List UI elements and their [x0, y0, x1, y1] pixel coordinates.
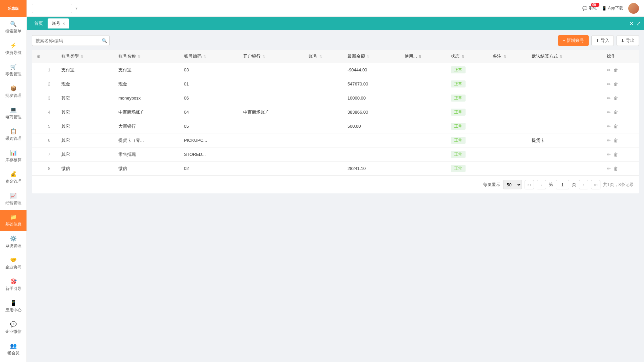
app-download-button[interactable]: 📱 App下载: [602, 5, 623, 11]
th-balance[interactable]: 最新余额 ⇅: [345, 50, 402, 63]
th-remark[interactable]: 备注 ⇅: [490, 50, 529, 63]
th-type[interactable]: 账号类型 ⇅: [59, 50, 116, 63]
edit-icon[interactable]: ✏: [607, 110, 611, 115]
sidebar-item-retail-mgmt[interactable]: 🛒 零售管理: [0, 60, 26, 81]
table-row: 3 其它 moneybosx 06 10000.00 正常 ✏ 🗑: [32, 91, 639, 105]
edit-icon[interactable]: ✏: [607, 166, 611, 171]
sys-mgmt-icon: ⚙️: [10, 235, 17, 242]
export-icon: ⬇: [621, 38, 625, 43]
td-default-payment: [529, 105, 604, 119]
sidebar-item-finance-mgmt[interactable]: 💰 资金管理: [0, 167, 26, 188]
tab-account[interactable]: 账号 ✕: [48, 18, 69, 28]
page-first-button[interactable]: ⏮: [525, 180, 534, 189]
tab-home[interactable]: 首页: [30, 18, 47, 28]
sidebar-item-basic-info[interactable]: 📁 基础信息: [0, 210, 26, 231]
edit-icon[interactable]: ✏: [607, 96, 611, 101]
td-bank: [240, 119, 306, 133]
tab-close-icon[interactable]: ✕: [62, 22, 65, 25]
sidebar-item-purchase-mgmt[interactable]: 📋 采购管理: [0, 124, 26, 145]
avatar-image: [628, 3, 639, 14]
td-remark: [490, 119, 529, 133]
td-default-payment: 提货卡: [529, 133, 604, 147]
tab-account-label: 账号: [52, 20, 60, 26]
th-bank[interactable]: 开户银行 ⇅: [240, 50, 306, 63]
td-status: 正常: [448, 91, 490, 105]
export-label: 导出: [626, 38, 635, 44]
td-settings: [32, 63, 45, 77]
delete-icon[interactable]: 🗑: [613, 166, 618, 171]
biz-wechat-icon: 💬: [10, 321, 17, 327]
edit-icon[interactable]: ✏: [607, 138, 611, 143]
action-icons: ✏ 🗑: [607, 124, 636, 129]
td-account: [306, 63, 345, 77]
action-icons: ✏ 🗑: [607, 166, 636, 171]
sidebar-item-wholesale-mgmt[interactable]: 📦 批发管理: [0, 81, 26, 103]
import-icon: ⬆: [596, 38, 599, 43]
sidebar-item-inventory-calc[interactable]: 📊 库存核算: [0, 145, 26, 167]
th-num: [45, 50, 59, 63]
app-download-label: App下载: [608, 5, 623, 11]
add-account-button[interactable]: + 新增账号: [558, 35, 589, 46]
td-account: [306, 162, 345, 176]
column-settings-icon[interactable]: ⚙: [37, 54, 41, 59]
top-search-input[interactable]: [32, 4, 72, 13]
sidebar-item-search-menu[interactable]: 🔍 搜索菜单: [0, 17, 26, 38]
delete-icon[interactable]: 🗑: [613, 152, 618, 157]
th-name[interactable]: 账号名称 ⇅: [116, 50, 181, 63]
delete-icon[interactable]: 🗑: [613, 110, 618, 115]
message-button[interactable]: 💬 消息 99+: [582, 5, 597, 11]
search-button[interactable]: 🔍: [99, 35, 110, 46]
user-avatar[interactable]: [628, 3, 639, 14]
td-balance: 383866.00: [345, 105, 402, 119]
td-action: ✏ 🗑: [604, 77, 639, 91]
td-num: 1: [45, 63, 59, 77]
sidebar-item-quick-nav[interactable]: ⚡ 快捷导航: [0, 38, 26, 60]
sidebar-item-sys-mgmt[interactable]: ⚙️ 系统管理: [0, 231, 26, 253]
header-dropdown-icon[interactable]: ▾: [75, 6, 77, 11]
search-input[interactable]: [32, 35, 99, 46]
td-name: 现金: [116, 77, 181, 91]
delete-icon[interactable]: 🗑: [613, 81, 618, 87]
sidebar-item-biz-agreement[interactable]: 🤝 企业协同: [0, 253, 26, 274]
td-settings: [32, 162, 45, 176]
td-status: 正常: [448, 147, 490, 162]
sidebar-item-biz-wechat[interactable]: 💬 企业微信: [0, 317, 26, 339]
delete-icon[interactable]: 🗑: [613, 124, 618, 129]
page-input[interactable]: [556, 180, 569, 189]
page-size-select[interactable]: 50 100: [503, 180, 522, 189]
page-next-button[interactable]: ›: [579, 180, 588, 189]
app-download-icon: 📱: [602, 6, 607, 11]
finance-mgmt-icon: 💰: [10, 171, 17, 177]
sidebar-item-app-center[interactable]: 📱 应用中心: [0, 296, 26, 317]
sidebar-item-label: 基础信息: [5, 222, 21, 227]
delete-icon[interactable]: 🗑: [613, 67, 618, 73]
edit-icon[interactable]: ✏: [607, 152, 611, 157]
page-last-button[interactable]: ⏭: [591, 180, 600, 189]
th-default-payment[interactable]: 默认结算方式 ⇅: [529, 50, 604, 63]
tab-maximize-icon[interactable]: ⤢: [636, 20, 641, 27]
th-code[interactable]: 账号编码 ⇅: [181, 50, 240, 63]
sidebar-item-member[interactable]: 👥 畅会员: [0, 339, 26, 360]
import-button[interactable]: ⬆ 导入: [591, 35, 614, 46]
tab-minimize-icon[interactable]: ✕: [629, 20, 634, 27]
sidebar-item-label: 资金管理: [5, 179, 21, 184]
edit-icon[interactable]: ✏: [607, 124, 611, 129]
th-usage[interactable]: 使用... ⇅: [402, 50, 448, 63]
td-remark: [490, 133, 529, 147]
th-account[interactable]: 账号 ⇅: [306, 50, 345, 63]
add-account-label: + 新增账号: [563, 38, 584, 44]
th-status[interactable]: 状态 ⇅: [448, 50, 490, 63]
td-code: 02: [181, 162, 240, 176]
delete-icon[interactable]: 🗑: [613, 138, 618, 143]
page-prev-button[interactable]: ‹: [537, 180, 546, 189]
sidebar-item-ops-mgmt[interactable]: 📈 经营管理: [0, 188, 26, 210]
edit-icon[interactable]: ✏: [607, 81, 611, 87]
sidebar-item-beginner-guide[interactable]: 🎯 新手引导: [0, 274, 26, 296]
export-button[interactable]: ⬇ 导出: [616, 35, 639, 46]
td-status: 正常: [448, 105, 490, 119]
td-settings: [32, 91, 45, 105]
status-badge: 正常: [451, 109, 466, 116]
edit-icon[interactable]: ✏: [607, 67, 611, 73]
sidebar-item-ecommerce[interactable]: 💻 电商管理: [0, 103, 26, 124]
delete-icon[interactable]: 🗑: [613, 96, 618, 101]
